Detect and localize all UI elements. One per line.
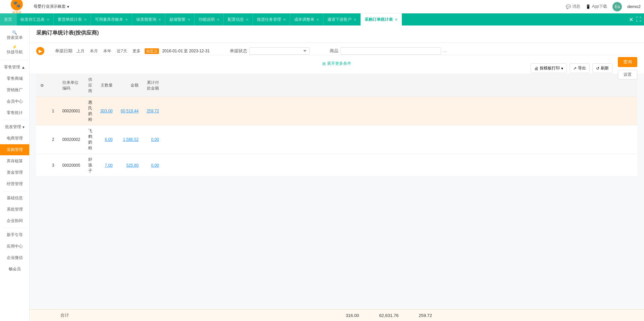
sidebar-item-search[interactable]: 🔍 搜索菜单 xyxy=(2,28,27,43)
row-supplier-name: 惠氏奶粉 xyxy=(84,97,96,125)
col-supplier-name: 供应商 xyxy=(84,74,96,97)
sidebar-item-label: 企业微信 xyxy=(7,255,23,261)
tab-home[interactable]: 首页 xyxy=(0,13,16,25)
tab-function-desc[interactable]: 功能说明 ✕ xyxy=(195,13,224,25)
sidebar-item-quick-nav[interactable]: ⚡ 快捷导航 xyxy=(2,43,27,57)
sidebar-item-app-center[interactable]: 应用中心 xyxy=(1,241,28,252)
print-button[interactable]: 🖨 按模板打印 ▾ xyxy=(531,63,567,73)
sidebar: 🔍 搜索菜单 ⚡ 快捷导航 零售管理 ▲ 零售商城 营销推广 xyxy=(0,25,30,321)
shortcut-last-month[interactable]: 上月 xyxy=(74,48,87,55)
nav-tabs: 首页 收发存汇总表 ✕ 要货单统计表 ✕ 可用量库存账本 ✕ 保质期查询 ✕ 超… xyxy=(0,13,644,25)
close-icon[interactable]: ✕ xyxy=(217,18,219,21)
tab-expiry-query[interactable]: 保质期查询 ✕ xyxy=(132,13,165,25)
close-icon[interactable]: ✕ xyxy=(187,18,190,21)
sidebar-item-enterprise-wechat[interactable]: 企业微信 xyxy=(1,252,28,263)
sidebar-item-label: 营销推广 xyxy=(7,87,23,93)
row-supplier-code: 00020002 xyxy=(58,125,84,154)
close-icon[interactable]: ✕ xyxy=(246,18,249,21)
table-body: 1 00020001 惠氏奶粉 303.00 60,519.44 259.72 … xyxy=(36,97,637,177)
close-all-icon[interactable]: ✕ xyxy=(629,16,633,23)
expand-label: 展开更多条件 xyxy=(327,61,351,66)
close-icon[interactable]: ✕ xyxy=(316,18,319,21)
sidebar-item-purchase-mgmt[interactable]: 采购管理 xyxy=(0,144,30,155)
col-supplier-code: 往来单位编码 xyxy=(58,74,84,97)
tab-label: 保质期查询 xyxy=(136,17,156,22)
close-icon[interactable]: ✕ xyxy=(84,18,87,21)
date-shortcuts: 上月 本月 本年 近7天 更多 xyxy=(74,48,143,55)
message-action[interactable]: 💬 消息 xyxy=(566,4,580,9)
close-icon[interactable]: ✕ xyxy=(354,18,356,21)
top-bar: 🐾 标题版 母婴行业演示账套 ▾ 💬 消息 📱 App下载 Ea demo2 xyxy=(0,0,644,13)
workspace-arrow-icon: ▾ xyxy=(67,4,69,9)
table-row: 3 00020005 好孩子 7.00 525.80 0.00 xyxy=(36,154,637,177)
message-label: 消息 xyxy=(572,4,580,9)
collapse-button[interactable]: ▶ xyxy=(36,47,44,55)
shortcut-7days[interactable]: 近7天 xyxy=(115,48,129,55)
close-icon[interactable]: ✕ xyxy=(158,18,161,21)
printer-icon: 🖨 xyxy=(534,66,538,71)
workspace-selector[interactable]: 母婴行业演示账套 ▾ xyxy=(34,4,69,9)
sidebar-item-retail-store[interactable]: 零售商城 xyxy=(1,73,28,84)
tab-invite-downstream[interactable]: 邀请下游客户 ✕ xyxy=(323,13,361,25)
fullscreen-icon[interactable]: ⛶ xyxy=(636,16,641,22)
tab-available-stock[interactable]: 可用量库存账本 ✕ xyxy=(91,13,132,25)
sidebar-item-member-center[interactable]: 会员中心 xyxy=(1,96,28,107)
row-supplier-code: 00020005 xyxy=(58,154,84,177)
sidebar-item-ops-mgmt[interactable]: 经营管理 xyxy=(1,178,28,190)
page-header-actions: 🖨 按模板打印 ▾ ↗ 导出 ↺ 刷新 xyxy=(531,57,637,79)
sidebar-item-new-guide[interactable]: 新手引导 xyxy=(1,229,28,240)
tab-config-info[interactable]: 配置信息 ✕ xyxy=(224,13,253,25)
sidebar-item-inventory[interactable]: 库存核算 xyxy=(1,156,28,167)
export-button[interactable]: ↗ 导出 xyxy=(570,63,590,73)
goods-input[interactable] xyxy=(340,47,441,55)
tab-over-stock[interactable]: 超储预警 ✕ xyxy=(165,13,195,25)
footer-amount: 62,631.76 xyxy=(379,313,398,318)
shortcut-this-year[interactable]: 本年 xyxy=(101,48,113,55)
goods-more-icon[interactable]: ··· xyxy=(443,49,447,54)
custom-date-tag[interactable]: 自定义 xyxy=(145,48,159,54)
sidebar-item-retail-stats[interactable]: 零售统计 xyxy=(1,107,28,118)
sidebar-item-marketing[interactable]: 营销推广 xyxy=(1,85,28,96)
sidebar-item-vip-member[interactable]: 畅会员 xyxy=(1,264,28,275)
row-empty xyxy=(163,154,637,177)
refresh-button[interactable]: ↺ 刷新 xyxy=(592,63,612,73)
close-icon[interactable]: ✕ xyxy=(125,18,128,21)
col-paid-amount: 累计付款金额 xyxy=(143,74,163,97)
sidebar-item-finance-mgmt[interactable]: 资金管理 xyxy=(1,167,28,178)
sidebar-item-enterprise-collab[interactable]: 企业协同 xyxy=(1,215,28,226)
close-icon[interactable]: ✕ xyxy=(283,18,286,21)
tab-pick-task[interactable]: 拣货任务管理 ✕ xyxy=(253,13,290,25)
tab-cost-adjust[interactable]: 成本调整单 ✕ xyxy=(290,13,323,25)
message-icon: 💬 xyxy=(566,4,571,9)
tab-label: 收发存汇总表 xyxy=(20,17,45,22)
close-icon[interactable]: ✕ xyxy=(395,18,397,21)
tab-label: 邀请下游客户 xyxy=(327,17,352,22)
setting-button[interactable]: 设置 xyxy=(618,70,637,79)
tab-home-label: 首页 xyxy=(4,17,12,22)
row-main-qty: 6.00 xyxy=(96,125,117,154)
sidebar-item-wholesale-mgmt[interactable]: 批发管理 ▾ xyxy=(1,121,28,132)
sidebar-item-label: 资金管理 xyxy=(7,170,23,175)
sidebar-item-basic-info[interactable]: 基础信息 xyxy=(1,193,28,204)
footer-paid-amount: 259.72 xyxy=(419,313,432,318)
tab-receive-summary[interactable]: 收发存汇总表 ✕ xyxy=(16,13,54,25)
sidebar-item-label: 零售管理 xyxy=(4,64,20,70)
tab-purchase-stats[interactable]: 采购订单统计表 ✕ xyxy=(361,13,402,25)
export-label: 导出 xyxy=(578,65,586,71)
query-button[interactable]: 查询 xyxy=(618,57,637,67)
gear-icon[interactable]: ⚙ xyxy=(40,83,44,88)
tab-goods-stats[interactable]: 要货单统计表 ✕ xyxy=(54,13,91,25)
table-container: ⚙ 往来单位编码 供应商 主数量 金额 累计付款金额 xyxy=(30,74,644,321)
sidebar-item-ecommerce-mgmt[interactable]: 电商管理 xyxy=(1,133,28,144)
shortcut-more[interactable]: 更多 xyxy=(130,48,143,55)
status-select[interactable] xyxy=(249,47,310,55)
app-download-action[interactable]: 📱 App下载 xyxy=(586,4,607,9)
shortcut-this-month[interactable]: 本月 xyxy=(88,48,100,55)
close-icon[interactable]: ✕ xyxy=(47,18,49,21)
sidebar-item-system-mgmt[interactable]: 系统管理 xyxy=(1,204,28,215)
sidebar-item-retail-mgmt[interactable]: 零售管理 ▲ xyxy=(1,62,28,73)
avatar[interactable]: Ea xyxy=(612,2,622,11)
sidebar-divider xyxy=(3,228,26,228)
page-content-area: 采购订单统计表(按供应商) 🖨 按模板打印 ▾ ↗ xyxy=(30,25,644,321)
expand-more-button[interactable]: ⊞ 展开更多条件 xyxy=(318,59,355,68)
